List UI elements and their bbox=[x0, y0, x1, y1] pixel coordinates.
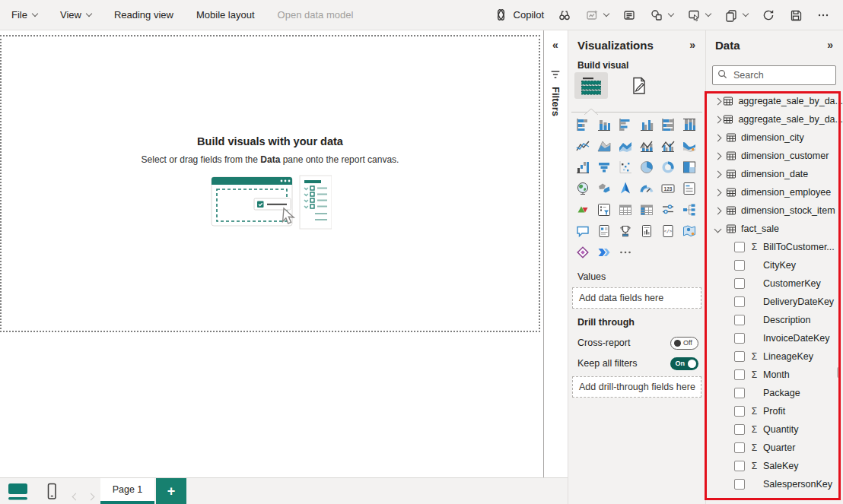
add-page-button[interactable]: + bbox=[156, 478, 186, 504]
field-checkbox[interactable] bbox=[734, 351, 745, 362]
ai-visual-button[interactable] bbox=[578, 0, 616, 30]
field-row-LineageKey[interactable]: ΣLineageKey bbox=[706, 347, 843, 366]
visual-type-paginated-report[interactable] bbox=[637, 221, 657, 241]
copy-button[interactable] bbox=[717, 0, 755, 30]
visual-type-donut-chart[interactable] bbox=[658, 157, 678, 177]
menu-file[interactable]: File bbox=[0, 0, 49, 30]
field-row-Month[interactable]: ΣMonth bbox=[706, 366, 843, 384]
table-row-aggregate_sale_by_da[interactable]: aggregate_sale_by_da... bbox=[706, 110, 843, 128]
visual-type-matrix[interactable] bbox=[637, 200, 657, 220]
expand-table-chevron[interactable] bbox=[714, 134, 722, 141]
field-row-DeliveryDateKey[interactable]: DeliveryDateKey bbox=[706, 293, 843, 311]
visual-type-decomposition-tree[interactable] bbox=[679, 200, 699, 220]
field-row-SalespersonKey[interactable]: SalespersonKey bbox=[706, 475, 843, 493]
visual-type-line-chart[interactable] bbox=[573, 136, 593, 156]
field-checkbox[interactable] bbox=[734, 315, 745, 325]
collapse-visualizations-chevron[interactable]: » bbox=[689, 39, 695, 51]
field-row-Description[interactable]: Description bbox=[706, 311, 843, 329]
field-checkbox[interactable] bbox=[734, 333, 745, 344]
visual-type-more-visuals[interactable] bbox=[616, 242, 635, 262]
visual-type-multi-row-card[interactable] bbox=[679, 179, 699, 198]
field-row-Profit[interactable]: ΣProfit bbox=[706, 402, 843, 420]
field-checkbox[interactable] bbox=[734, 296, 745, 307]
scrollbar-thumb[interactable] bbox=[837, 367, 841, 378]
visual-type-ribbon-chart[interactable] bbox=[679, 136, 699, 156]
next-page-chevron[interactable] bbox=[88, 489, 94, 502]
field-row-Quarter[interactable]: ΣQuarter bbox=[706, 439, 843, 457]
field-checkbox[interactable] bbox=[734, 388, 745, 398]
field-row-CityKey[interactable]: CityKey bbox=[706, 256, 843, 274]
expand-table-chevron[interactable] bbox=[714, 116, 722, 123]
expand-table-chevron[interactable] bbox=[714, 170, 722, 178]
field-checkbox[interactable] bbox=[734, 424, 745, 435]
visual-type-line-and-stacked-column-chart[interactable] bbox=[637, 136, 657, 156]
table-row-dimension_employee[interactable]: dimension_employee bbox=[706, 183, 843, 201]
more-button[interactable] bbox=[810, 0, 837, 30]
collapse-data-chevron[interactable]: » bbox=[827, 39, 833, 51]
visual-type-kpi[interactable] bbox=[573, 200, 593, 220]
page-tab[interactable]: Page 1 bbox=[100, 478, 154, 504]
expand-table-chevron[interactable] bbox=[714, 189, 722, 196]
field-checkbox[interactable] bbox=[734, 479, 745, 490]
text-box-button[interactable] bbox=[616, 0, 643, 30]
format-visual-mode-button[interactable] bbox=[628, 74, 652, 97]
menu-view[interactable]: View bbox=[49, 0, 103, 30]
field-row-InvoiceDateKey[interactable]: InvoiceDateKey bbox=[706, 329, 843, 347]
visual-type-hundred-stacked-column-chart[interactable] bbox=[679, 115, 699, 135]
table-row-dimension_stock_item[interactable]: dimension_stock_item bbox=[706, 201, 843, 220]
cross-report-toggle[interactable]: Off bbox=[670, 337, 698, 350]
visual-type-stacked-column-chart[interactable] bbox=[594, 115, 614, 135]
field-checkbox[interactable] bbox=[734, 461, 745, 471]
menu-open-data-model[interactable]: Open data model bbox=[266, 0, 365, 30]
refresh-button[interactable] bbox=[755, 0, 782, 30]
visual-type-card[interactable]: 123 bbox=[658, 179, 678, 198]
menu-reading-view[interactable]: Reading view bbox=[103, 0, 185, 30]
shapes-button[interactable] bbox=[643, 0, 680, 30]
visual-type-arcgis-map[interactable] bbox=[679, 221, 699, 241]
field-checkbox[interactable] bbox=[734, 369, 745, 380]
new-visual-button[interactable] bbox=[680, 0, 717, 30]
visual-type-clustered-column-chart[interactable] bbox=[637, 115, 657, 135]
copilot-button[interactable]: Copilot bbox=[487, 0, 551, 30]
values-dropzone[interactable]: Add data fields here bbox=[572, 287, 701, 309]
field-row-Package[interactable]: Package bbox=[706, 384, 843, 402]
visual-type-power-apps[interactable] bbox=[573, 242, 593, 262]
visual-type-power-automate[interactable] bbox=[594, 242, 614, 262]
field-checkbox[interactable] bbox=[734, 260, 745, 271]
web-view-button[interactable] bbox=[8, 483, 28, 503]
keep-all-filters-toggle[interactable]: On bbox=[670, 357, 698, 370]
visual-type-smart-narrative[interactable] bbox=[594, 221, 614, 241]
field-checkbox[interactable] bbox=[734, 442, 745, 453]
drill-through-dropzone[interactable]: Add drill-through fields here bbox=[572, 376, 701, 398]
visual-type-stacked-bar-chart[interactable] bbox=[573, 115, 593, 135]
table-row-dimension_date[interactable]: dimension_date bbox=[706, 165, 843, 183]
visual-type-azure-map[interactable] bbox=[616, 179, 635, 198]
save-button[interactable] bbox=[782, 0, 810, 30]
visual-type-waterfall-chart[interactable] bbox=[573, 157, 593, 177]
visual-type-map[interactable] bbox=[573, 179, 593, 198]
visual-type-metrics[interactable] bbox=[616, 221, 635, 241]
visual-type-line-and-clustered-column-chart[interactable] bbox=[658, 136, 678, 156]
field-row-Quantity[interactable]: ΣQuantity bbox=[706, 420, 843, 439]
visual-type-stacked-area-chart[interactable] bbox=[616, 136, 635, 156]
visual-type-clustered-bar-chart[interactable] bbox=[616, 115, 635, 135]
visual-type-filled-map[interactable] bbox=[594, 179, 614, 198]
build-visual-mode-button[interactable] bbox=[574, 72, 608, 99]
collapse-table-chevron[interactable] bbox=[714, 225, 722, 233]
field-checkbox[interactable] bbox=[734, 406, 745, 417]
mobile-view-button[interactable] bbox=[43, 483, 60, 503]
expand-table-chevron[interactable] bbox=[714, 207, 722, 214]
search-input[interactable] bbox=[732, 69, 831, 81]
report-canvas[interactable]: Build visuals with your data Select or d… bbox=[0, 30, 543, 477]
expand-table-chevron[interactable] bbox=[714, 97, 722, 105]
previous-page-chevron[interactable] bbox=[73, 489, 78, 502]
visual-type-new-slicer[interactable] bbox=[658, 200, 678, 220]
visual-type-qa[interactable] bbox=[573, 221, 593, 241]
field-checkbox[interactable] bbox=[734, 278, 745, 289]
find-button[interactable] bbox=[551, 0, 578, 30]
field-row-CustomerKey[interactable]: CustomerKey bbox=[706, 274, 843, 293]
expand-table-chevron[interactable] bbox=[714, 152, 722, 160]
visual-type-pie-chart[interactable] bbox=[637, 157, 657, 177]
visual-type-table[interactable] bbox=[616, 200, 635, 220]
field-row-BillToCustomer[interactable]: ΣBillToCustomer... bbox=[706, 238, 843, 256]
